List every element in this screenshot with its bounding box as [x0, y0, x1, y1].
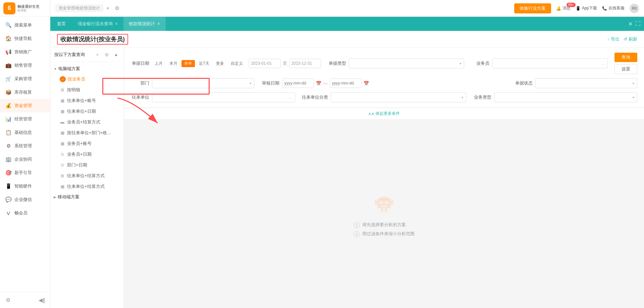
sidebar-item-smarthw[interactable]: 📱 智能硬件: [0, 179, 50, 193]
date-tab-7days[interactable]: 近7天: [196, 60, 212, 67]
sidebar-item-quicknav[interactable]: 🏠 快捷导航: [0, 32, 50, 45]
page-title: 收款情况统计(按业务员): [57, 34, 128, 45]
tab-maximize-icon[interactable]: ⛶: [635, 21, 641, 27]
app-download-btn[interactable]: 📱 App下载: [576, 5, 597, 11]
header-settings-icon[interactable]: ⚙: [112, 4, 122, 13]
date-label: 单据日期: [131, 60, 149, 66]
date-tabs: 上月 本月 本年 近7天 更多 自定义: [152, 60, 246, 67]
marketing-icon: 📢: [5, 49, 12, 55]
export-btn[interactable]: ↑ 导出: [607, 36, 620, 42]
business-type-label: 业务类型: [473, 94, 491, 100]
sidebar-item-marketing[interactable]: 📢 营销推广: [0, 45, 50, 59]
date-tab-lastmonth[interactable]: 上月: [152, 60, 165, 67]
trial-btn[interactable]: 体验行业方案: [514, 3, 551, 13]
tab-collection-stat-close[interactable]: ✕: [157, 21, 160, 26]
sidebar-item-guide[interactable]: 🎯 新手引导: [0, 166, 50, 179]
scheme-actions: + ⚙ «: [94, 51, 120, 58]
salesperson-label: 业务员: [471, 60, 489, 66]
scheme-add-btn[interactable]: +: [94, 51, 101, 58]
sidebar: 6 畅捷通好生意 标准版 🔍 搜索菜单 🏠 快捷导航 📢 营销推广 💼 销售管理…: [0, 0, 50, 308]
messages-count: 99+: [567, 3, 576, 7]
collapse-sidebar-icon[interactable]: ◀‖: [37, 295, 47, 305]
date-separator: 至: [283, 60, 287, 66]
audit-date-to-input[interactable]: [330, 79, 362, 88]
scheme-item-counterpart-settle1[interactable]: ⊞ 往来单位+结算方式: [50, 170, 124, 181]
svg-rect-11: [385, 208, 387, 212]
bar-chart-icon: ▬: [60, 119, 65, 125]
clock-icon-2: ⊙: [60, 162, 65, 168]
doc-status-select[interactable]: ▾: [535, 78, 638, 88]
query-btn[interactable]: 查询: [614, 53, 637, 62]
scheme-item-counterpart-account[interactable]: ▦ 往来单位+账号: [50, 95, 124, 106]
sales-icon: 💼: [5, 62, 12, 69]
table-icon-2: ▦: [60, 109, 65, 114]
date-tab-thismonth[interactable]: 本月: [167, 60, 180, 67]
sidebar-item-basic-info[interactable]: 📋 基础信息: [0, 126, 50, 139]
date-to-input[interactable]: [289, 59, 321, 68]
scheme-item-by-detail[interactable]: ⊞ 按明细: [50, 85, 124, 95]
scheme-group-mobile[interactable]: ▶ 移动端方案: [50, 192, 124, 202]
scheme-title: 按以下方案查询: [54, 52, 85, 58]
sidebar-item-system[interactable]: ⚙ 系统管理: [0, 139, 50, 153]
quicknav-icon: 🏠: [5, 35, 12, 42]
search-area: 单据日期 上月 本月 本年 近7天 更多 自定义: [124, 48, 644, 308]
date-from-input[interactable]: [249, 59, 281, 68]
calendar-to-icon[interactable]: 📅: [364, 81, 369, 86]
table-icon-1: ▦: [60, 98, 65, 103]
refresh-btn[interactable]: ↺ 刷新: [624, 36, 637, 42]
sidebar-item-wechat[interactable]: 💬 企业微信: [0, 193, 50, 206]
scheme-item-by-salesperson[interactable]: ✓ 按业务员: [50, 74, 124, 85]
scheme-settings-btn[interactable]: ⚙: [103, 51, 110, 58]
sidebar-item-purchase[interactable]: 🛒 采购管理: [0, 72, 50, 86]
scheme-item-counterpart-settle2[interactable]: ▦ 往来单位+结算方式: [50, 181, 124, 192]
tab-close-all-icon[interactable]: ✕: [628, 21, 633, 27]
tab-bar: 首页 现金银行流水查询 ✕ 收款情况统计 ✕ ✕ ⛶: [50, 17, 644, 31]
sidebar-logo: 6 畅捷通好生意 标准版: [0, 0, 50, 17]
scheme-item-counterpart-date[interactable]: ▦ 往来单位+日期: [50, 106, 124, 117]
doc-status-field: 单据状态 ▾: [514, 78, 638, 88]
scheme-group-desktop[interactable]: ▼ 电脑端方案: [50, 64, 124, 74]
sidebar-item-inventory[interactable]: 📦 库存核算: [0, 86, 50, 99]
salesperson-select[interactable]: …: [492, 58, 608, 68]
scheme-list: ▼ 电脑端方案 ✓ 按业务员 ⊞ 按明细 ▦ 往来单位+账号: [50, 62, 124, 308]
sidebar-item-enterprise[interactable]: 🏢 企业协同: [0, 153, 50, 166]
sidebar-item-sales[interactable]: 💼 销售管理: [0, 59, 50, 72]
doc-type-field: 单据类型 ▾: [328, 58, 465, 68]
sidebar-item-operations[interactable]: 📊 经营管理: [0, 112, 50, 126]
tab-bank-flow-close[interactable]: ✕: [115, 21, 118, 26]
doc-type-select[interactable]: ▾: [349, 58, 465, 68]
business-type-select[interactable]: ▾: [494, 92, 637, 102]
table-icon-5: ▦: [60, 184, 65, 189]
svg-rect-8: [375, 200, 377, 205]
tab-bank-flow[interactable]: 现金银行流水查询 ✕: [72, 17, 123, 31]
tab-collection-stat[interactable]: 收款情况统计 ✕: [123, 17, 166, 31]
date-tab-custom[interactable]: 自定义: [228, 60, 246, 67]
dept-select[interactable]: ▾: [152, 78, 254, 88]
date-tab-more[interactable]: 更多: [213, 60, 227, 67]
audit-date-from-input[interactable]: [282, 79, 314, 88]
collapse-bar[interactable]: ∧∧ 收起更多条件: [124, 108, 644, 119]
scheme-item-salesperson-account[interactable]: ▦ 业务员+账号: [50, 138, 124, 149]
settings-footer-icon[interactable]: ⚙: [3, 295, 13, 305]
scheme-item-salesperson-settle[interactable]: ▬ 业务员+结算方式: [50, 117, 124, 127]
date-tab-thisyear[interactable]: 本年: [181, 60, 195, 67]
settings-btn[interactable]: 设置: [614, 64, 637, 74]
sidebar-item-member[interactable]: V 畅会员: [0, 206, 50, 220]
svg-rect-10: [381, 208, 383, 212]
scheme-collapse-btn[interactable]: «: [112, 51, 120, 58]
chevron-down-icon-3: ▾: [250, 82, 251, 85]
calendar-from-icon[interactable]: 📅: [316, 81, 321, 86]
scheme-item-dept-date[interactable]: ⊙ 部门+日期: [50, 160, 124, 170]
sidebar-item-search[interactable]: 🔍 搜索菜单: [0, 18, 50, 32]
counterpart-category-field: 往来单位分类 ▾: [302, 92, 466, 102]
bell-icon: 🔔: [556, 6, 561, 11]
clock-icon-1: ⊙: [60, 152, 65, 157]
counterpart-category-select[interactable]: ▾: [331, 92, 466, 102]
scheme-item-counterpart-dept[interactable]: ▦ 按往来单位+部门+收...: [50, 127, 124, 138]
sidebar-item-finance[interactable]: 💰 资金管理: [0, 99, 50, 112]
tab-home[interactable]: 首页: [50, 17, 72, 31]
messages-btn[interactable]: 🔔 消息 99+: [556, 5, 571, 11]
counterpart-select[interactable]: …: [152, 92, 295, 102]
scheme-item-salesperson-date[interactable]: ⊙ 业务员+日期: [50, 149, 124, 160]
online-service-btn[interactable]: 📞 在线客服: [602, 5, 625, 11]
